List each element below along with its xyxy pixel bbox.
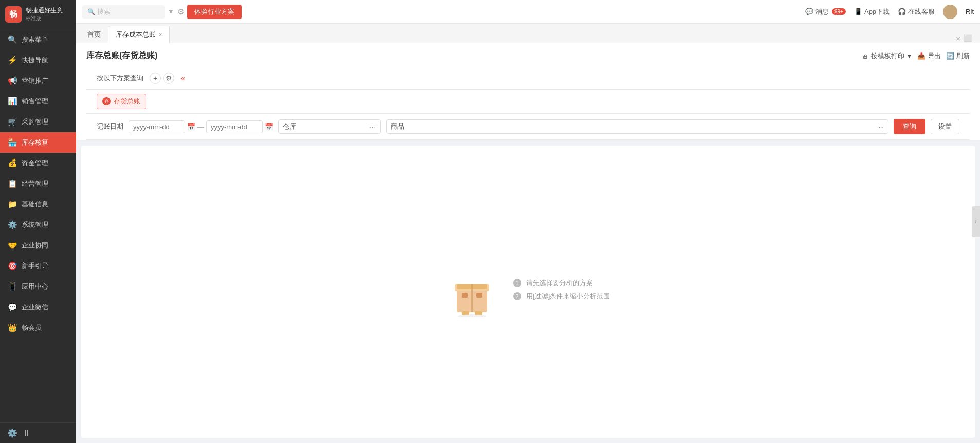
filter-manage-button[interactable]: ⚙ [163,73,174,84]
inventory-icon: 🏪 [7,137,17,148]
message-badge: 99+ [832,8,846,15]
empty-illustration [446,266,498,317]
sidebar-item-cooperation[interactable]: 🤝 企业协同 [0,235,76,256]
tab-home-label: 首页 [87,30,101,39]
export-button[interactable]: 📤 导出 [917,51,941,61]
tab-home[interactable]: 首页 [80,26,108,43]
settings-icon[interactable]: ⚙️ [7,428,17,438]
sidebar-item-label: 系统管理 [22,220,48,229]
operations-icon: 📋 [7,179,17,189]
query-button[interactable]: 查询 [894,119,925,134]
topbar-search-area[interactable]: 🔍 搜索 [82,5,165,19]
scheme-selector: 存 存货总账 [86,90,970,114]
app-download-label: App下载 [864,7,890,16]
sales-icon: 📊 [7,96,17,107]
sidebar-item-system[interactable]: ⚙️ 系统管理 [0,215,76,235]
sidebar-item-label: 采购管理 [22,117,48,127]
scheme-icon: 存 [102,97,111,105]
export-label: 导出 [928,51,941,61]
warehouse-dots: ··· [369,123,376,131]
scheme-item-inventory[interactable]: 存 存货总账 [97,94,146,109]
print-icon: 🖨 [862,52,869,60]
sidebar-item-search[interactable]: 🔍 搜索菜单 [0,29,76,50]
filter-collapse-button[interactable]: « [180,74,185,83]
system-icon: ⚙️ [7,220,17,230]
search-icon: 🔍 [87,8,95,15]
basic-icon: 📁 [7,199,17,209]
sidebar-item-purchase[interactable]: 🛒 采购管理 [0,112,76,132]
page-header-actions: 🖨 按模板打印 ▼ 📤 导出 🔄 刷新 [862,51,970,61]
app-icon: 📱 [854,8,862,15]
sidebar-item-basic[interactable]: 📁 基础信息 [0,194,76,215]
print-button[interactable]: 🖨 按模板打印 ▼ [862,51,912,61]
sidebar-item-sales[interactable]: 📊 销售管理 [0,91,76,112]
warehouse-select[interactable]: 仓库 ··· [278,119,381,134]
sidebar-item-operations[interactable]: 📋 经营管理 [0,173,76,194]
print-label: 按模板打印 [871,51,904,61]
date-label: 记账日期 [97,122,123,131]
refresh-icon: 🔄 [946,52,954,60]
message-button[interactable]: 💬 消息 99+ [805,7,846,16]
date-start-input[interactable] [129,120,185,133]
logo-text: 畅捷通好生意 [26,7,63,15]
close-tab-icon[interactable]: × [159,31,162,38]
topbar: 🔍 搜索 ▼ ⚙ 体验行业方案 💬 消息 99+ 📱 App下载 🎧 在线客服 … [76,0,980,24]
online-service-button[interactable]: 🎧 在线客服 [898,7,935,16]
svg-rect-4 [462,293,468,298]
date-end-input[interactable] [206,120,263,133]
page-title: 库存总账(存货总账) [86,50,158,61]
tab-inventory-cost[interactable]: 库存成本总账 × [108,26,170,43]
content-area: 库存总账(存货总账) 🖨 按模板打印 ▼ 📤 导出 🔄 刷新 [76,43,980,443]
panel-close-icon[interactable]: × [956,34,960,43]
collapse-icon[interactable]: ⏸ [23,429,31,438]
dropdown-arrow-icon[interactable]: ▼ [168,8,174,15]
sidebar-item-marketing[interactable]: 📢 营销推广 [0,70,76,91]
sidebar-item-quicknav[interactable]: ⚡ 快捷导航 [0,50,76,70]
empty-hint1: 1 请先选择要分析的方案 [513,278,610,288]
member-icon: 👑 [7,323,17,333]
user-avatar[interactable] [943,5,957,19]
refresh-label: 刷新 [956,51,970,61]
headset-icon: 🎧 [898,8,906,15]
product-select[interactable]: 商品 ··· [386,119,888,134]
print-dropdown-icon[interactable]: ▼ [906,53,912,59]
sidebar-item-guide[interactable]: 🎯 新手引导 [0,256,76,276]
panel-resize-icon[interactable]: ⬜ [964,34,972,42]
empty-hint2: 2 用[过滤]条件来缩小分析范围 [513,292,610,301]
sidebar-item-label: 应用中心 [22,282,48,291]
product-label: 商品 [391,122,404,131]
right-panel-toggle[interactable]: › [972,206,980,237]
industry-button[interactable]: 体验行业方案 [187,5,242,19]
refresh-button[interactable]: 🔄 刷新 [946,51,970,61]
marketing-icon: 📢 [7,76,17,86]
query-bar: 记账日期 📅 — 📅 仓库 ··· 商品 ··· 查询 设置 [86,114,970,140]
sidebar-item-label: 基础信息 [22,200,48,209]
wechat-icon: 💬 [7,302,17,312]
sidebar-item-member[interactable]: 👑 畅会员 [0,317,76,338]
sidebar-item-label: 资金管理 [22,158,48,168]
calendar-start-icon[interactable]: 📅 [187,123,195,131]
finance-icon: 💰 [7,158,17,168]
app-download-button[interactable]: 📱 App下载 [854,7,890,16]
search-icon: 🔍 [7,34,17,45]
topbar-right: 💬 消息 99+ 📱 App下载 🎧 在线客服 Rit [805,5,974,19]
sidebar-item-finance[interactable]: 💰 资金管理 [0,153,76,173]
quicknav-icon: ⚡ [7,55,17,65]
topbar-left: 🔍 搜索 ▼ ⚙ 体验行业方案 [82,5,801,19]
sidebar-item-inventory[interactable]: 🏪 库存核算 [0,132,76,153]
setting-button[interactable]: 设置 [931,119,959,134]
calendar-end-icon[interactable]: 📅 [265,123,273,131]
sidebar-item-label: 快捷导航 [22,56,48,65]
sidebar-item-label: 库存核算 [22,138,48,147]
gear-icon[interactable]: ⚙ [177,7,184,16]
tab-inventory-cost-label: 库存成本总账 [116,30,156,39]
sidebar-item-label: 企业微信 [22,303,48,312]
sidebar-item-label: 营销推广 [22,76,48,85]
export-icon: 📤 [917,52,925,60]
main-area: 🔍 搜索 ▼ ⚙ 体验行业方案 💬 消息 99+ 📱 App下载 🎧 在线客服 … [76,0,980,443]
app-logo: 畅 畅捷通好生意 标准版 [0,0,76,29]
sidebar-item-wechat[interactable]: 💬 企业微信 [0,297,76,317]
sidebar-scroll: 🔍 搜索菜单 ⚡ 快捷导航 📢 营销推广 📊 销售管理 🛒 采购管理 🏪 库存核… [0,29,76,422]
filter-add-button[interactable]: + [150,73,161,84]
sidebar-item-appcenter[interactable]: 📱 应用中心 [0,276,76,297]
